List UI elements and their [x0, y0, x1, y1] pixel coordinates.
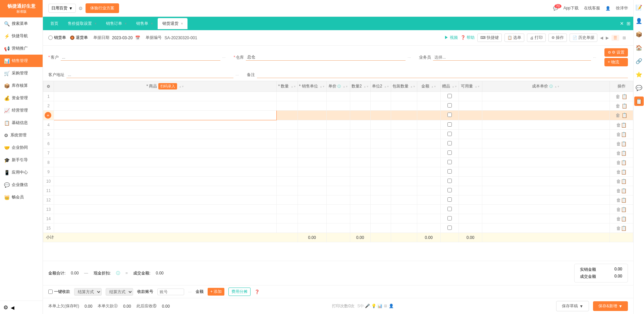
- one-click-checkbox[interactable]: [48, 290, 53, 294]
- customer-input[interactable]: [61, 54, 220, 61]
- row2-product[interactable]: [54, 101, 277, 111]
- sidebar-item-sales[interactable]: 📊 销售管理: [0, 55, 43, 67]
- right-icon-4[interactable]: 🏠: [634, 43, 644, 52]
- row2-unit2[interactable]: [370, 101, 391, 111]
- row3-copy-btn[interactable]: 📋: [622, 113, 627, 118]
- grid-view-btn[interactable]: ☰: [611, 35, 619, 41]
- customer-more-icon[interactable]: ···: [222, 55, 226, 60]
- sidebar-item-shortcuts[interactable]: ⚡ 快捷导航: [0, 30, 43, 42]
- print-btn[interactable]: 🖨 打印: [527, 34, 546, 42]
- help-btn[interactable]: ❓ 帮助: [461, 35, 475, 41]
- online-service-link[interactable]: 在线客服: [584, 5, 600, 11]
- sidebar-item-operations[interactable]: 📈 经营管理: [0, 104, 43, 117]
- row2-price[interactable]: [326, 101, 350, 111]
- row7-copy-btn[interactable]: 📋: [621, 150, 627, 156]
- row7-delete-btn[interactable]: 🗑: [616, 150, 621, 156]
- sidebar-item-collab[interactable]: 🤝 企业协同: [0, 141, 43, 154]
- expand-icon[interactable]: ⊞: [627, 21, 631, 26]
- add-row-btn[interactable]: +: [45, 112, 51, 119]
- row11-copy-btn[interactable]: 📋: [621, 188, 627, 193]
- row6-copy-btn[interactable]: 📋: [621, 141, 627, 146]
- category-selector[interactable]: 日用百货 ▼: [48, 4, 76, 13]
- salesperson-input[interactable]: [433, 54, 591, 61]
- row3-avail[interactable]: [459, 111, 482, 120]
- row14-copy-btn[interactable]: 📋: [621, 216, 627, 222]
- row2-amount[interactable]: [417, 101, 440, 111]
- row12-copy-btn[interactable]: 📋: [621, 197, 627, 203]
- save-draft-btn[interactable]: 保存草稿 ▼: [556, 301, 589, 311]
- row8-delete-btn[interactable]: 🗑: [616, 160, 621, 165]
- row3-pkgqty[interactable]: [391, 111, 417, 120]
- right-icon-1[interactable]: 📝: [634, 3, 644, 12]
- row5-copy-btn[interactable]: 📋: [621, 132, 627, 137]
- row1-product[interactable]: [54, 92, 277, 101]
- video-btn[interactable]: ▶ 视频: [444, 35, 458, 41]
- row1-avail[interactable]: [459, 92, 482, 101]
- experience-btn[interactable]: 体验行业方案: [86, 3, 119, 13]
- row10-delete-btn[interactable]: 🗑: [616, 179, 621, 184]
- tab-sales-close[interactable]: ×: [151, 22, 153, 25]
- nav-prev-btn[interactable]: ◀: [600, 36, 603, 40]
- row10-copy-btn[interactable]: 📋: [621, 179, 627, 184]
- row2-unit[interactable]: [298, 101, 326, 111]
- right-icon-6[interactable]: ⭐: [634, 70, 644, 79]
- tab-price-settings-close[interactable]: ×: [95, 22, 97, 25]
- warehouse-input[interactable]: [246, 54, 406, 61]
- nav-next-btn[interactable]: ▶: [606, 36, 609, 40]
- warehouse-more-icon[interactable]: ···: [408, 55, 411, 60]
- note-input[interactable]: [257, 72, 628, 78]
- row9-copy-btn[interactable]: 📋: [621, 169, 627, 175]
- select-btn[interactable]: 📋 选单: [504, 34, 524, 42]
- sidebar-settings-icon[interactable]: ⚙: [3, 304, 8, 311]
- row2-costprice[interactable]: [482, 101, 609, 111]
- sidebar-item-marketing[interactable]: 📢 营销推广: [0, 42, 43, 55]
- row14-delete-btn[interactable]: 🗑: [616, 216, 621, 222]
- row2-pkgqty[interactable]: [391, 101, 417, 111]
- row5-delete-btn[interactable]: 🗑: [616, 132, 621, 137]
- right-icon-5[interactable]: 🔗: [634, 56, 644, 66]
- save-new-btn[interactable]: 保存&新增 ▼: [593, 301, 628, 311]
- sidebar-item-wechat[interactable]: 💬 企业微信: [0, 179, 43, 191]
- list-view-btn[interactable]: ⊞: [621, 35, 628, 41]
- discount-info-icon[interactable]: ⓘ: [116, 270, 120, 276]
- right-icon-3[interactable]: 📦: [634, 29, 644, 39]
- row13-copy-btn[interactable]: 📋: [621, 207, 627, 212]
- row2-copy-btn[interactable]: 📋: [622, 103, 627, 109]
- sidebar-item-purchase[interactable]: 🛒 采购管理: [0, 67, 43, 79]
- row3-unit[interactable]: [298, 111, 326, 120]
- row13-delete-btn[interactable]: 🗑: [616, 207, 621, 212]
- row3-gift[interactable]: [440, 111, 459, 120]
- row3-qty2[interactable]: [350, 111, 370, 120]
- row6-delete-btn[interactable]: 🗑: [616, 141, 621, 146]
- row1-gift[interactable]: [440, 92, 459, 101]
- settings-gear-icon[interactable]: ⚙: [78, 6, 83, 11]
- row9-delete-btn[interactable]: 🗑: [616, 169, 621, 175]
- sidebar-collapse-icon[interactable]: ◀: [11, 305, 14, 310]
- settle-method-select[interactable]: 结算方式: [74, 288, 102, 296]
- row1-unit2[interactable]: [370, 92, 391, 101]
- row1-qty[interactable]: [277, 92, 298, 101]
- amount-dots[interactable]: ···: [188, 290, 192, 294]
- sidebar-item-guide[interactable]: 🎓 新手引导: [0, 154, 43, 166]
- settings-btn[interactable]: ⚙ ⚙ 设置: [604, 48, 628, 57]
- add-payment-btn[interactable]: + 添加: [208, 288, 224, 296]
- tab-sales[interactable]: 销售单 ×: [131, 18, 158, 29]
- sidebar-item-search[interactable]: 🔍 搜索菜单: [0, 17, 43, 30]
- row3-price[interactable]: [326, 111, 350, 120]
- row1-unit[interactable]: [298, 92, 326, 101]
- row2-qty2[interactable]: [350, 101, 370, 111]
- address-more-icon[interactable]: ···: [235, 73, 239, 77]
- right-icon-8[interactable]: 📋: [634, 97, 644, 106]
- address-input[interactable]: [66, 72, 233, 78]
- sidebar-item-system[interactable]: ⚙ 系统管理: [0, 129, 43, 141]
- logistics-btn[interactable]: + 物流: [604, 58, 628, 66]
- row1-costprice[interactable]: [482, 92, 609, 101]
- row1-pkgqty[interactable]: [391, 92, 417, 101]
- row2-avail[interactable]: [459, 101, 482, 111]
- help-icon[interactable]: ❓: [255, 290, 260, 294]
- tab-price-settings[interactable]: 售价提取设置 ×: [63, 18, 101, 29]
- row1-price[interactable]: [326, 92, 350, 101]
- tab-sales-return-close[interactable]: ×: [181, 22, 183, 25]
- tab-sales-order-close[interactable]: ×: [125, 22, 127, 25]
- row2-delete-btn[interactable]: 🗑: [615, 103, 620, 109]
